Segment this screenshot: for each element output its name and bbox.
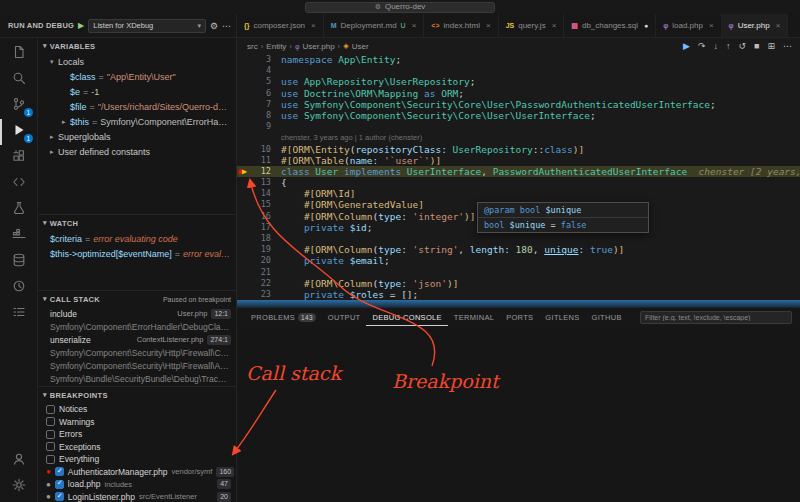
activity-gitlens[interactable]: [0, 275, 38, 301]
line-number[interactable]: 12: [251, 166, 271, 177]
activity-todo[interactable]: [0, 301, 38, 327]
gutter-margin[interactable]: [237, 244, 251, 255]
gutter-margin[interactable]: [237, 222, 251, 233]
line-number[interactable]: 14: [251, 188, 271, 199]
line-number[interactable]: 3: [251, 54, 271, 65]
activity-remote[interactable]: [0, 171, 38, 197]
breadcrumb-item[interactable]: Entity: [266, 42, 286, 51]
panel-tab-OUTPUT[interactable]: OUTPUT: [322, 308, 367, 326]
more-actions-icon[interactable]: ⋯: [222, 21, 231, 31]
line-number[interactable]: 19: [251, 244, 271, 255]
step-out-icon[interactable]: ↑: [726, 41, 731, 51]
line-number[interactable]: 4: [251, 65, 271, 76]
code-line[interactable]: 8use Symfony\Component\Security\Core\Use…: [237, 110, 800, 121]
activity-accounts[interactable]: [0, 448, 38, 474]
gutter-margin[interactable]: [237, 233, 251, 244]
line-number[interactable]: 18: [251, 233, 271, 244]
checkbox[interactable]: [46, 442, 55, 451]
breadcrumb-item[interactable]: src: [247, 42, 258, 51]
horizontal-scrollbar[interactable]: [237, 300, 800, 307]
call-stack-frame[interactable]: unserializeContextListener.php274:1: [38, 333, 236, 346]
tab-query.js[interactable]: JSquery.js×: [499, 14, 565, 37]
variable-group-User defined constants[interactable]: ▸User defined constants: [38, 144, 236, 159]
checkbox[interactable]: [55, 467, 64, 476]
code-line[interactable]: 7use Symfony\Component\Security\Core\Use…: [237, 99, 800, 110]
line-number[interactable]: 16: [251, 211, 271, 222]
activity-extensions[interactable]: [0, 145, 38, 171]
checkbox[interactable]: [46, 405, 55, 414]
activity-docker[interactable]: [0, 223, 38, 249]
tab-Deployment.md[interactable]: MDeployment.mdU×: [324, 14, 425, 37]
tab-User.php[interactable]: φUser.php×: [722, 14, 789, 37]
tab-load.php[interactable]: φload.php×: [656, 14, 721, 37]
code-line[interactable]: 13{: [237, 177, 800, 188]
code-line[interactable]: 9: [237, 121, 800, 132]
code-line[interactable]: 22 #[ORM\Column(type: 'json')]: [237, 278, 800, 289]
variable-row[interactable]: $class="App\Entity\User": [38, 69, 236, 84]
activity-source-control[interactable]: 1: [0, 93, 38, 119]
panel-tab-TERMINAL[interactable]: TERMINAL: [448, 308, 500, 326]
line-number[interactable]: 9: [251, 121, 271, 132]
watch-row[interactable]: $criteria=error evaluating code: [38, 231, 236, 246]
activity-search[interactable]: [0, 67, 38, 93]
gutter-margin[interactable]: [237, 211, 251, 222]
continue-icon[interactable]: ▶: [683, 41, 690, 51]
debug-config-select[interactable]: Listen for XDebug ▾: [88, 19, 206, 33]
checkbox[interactable]: [46, 455, 55, 464]
breakpoints-section-header[interactable]: ▾ BREAKPOINTS: [38, 387, 236, 403]
code-line[interactable]: 14 #[ORM\Id]: [237, 188, 800, 199]
gutter-margin[interactable]: [237, 88, 251, 99]
variable-group-Superglobals[interactable]: ▸Superglobals: [38, 129, 236, 144]
panel-tab-DEBUG CONSOLE[interactable]: DEBUG CONSOLE: [366, 308, 447, 326]
activity-database[interactable]: [0, 249, 38, 275]
gutter-margin[interactable]: [237, 177, 251, 188]
line-number[interactable]: 23: [251, 289, 271, 300]
gutter-margin[interactable]: [237, 110, 251, 121]
activity-settings[interactable]: [0, 474, 38, 500]
line-number[interactable]: 5: [251, 76, 271, 87]
restart-icon[interactable]: ↺: [738, 41, 746, 51]
checkbox[interactable]: [46, 430, 55, 439]
gutter-margin[interactable]: [237, 199, 251, 210]
variable-group-Locals[interactable]: ▾Locals: [38, 54, 236, 69]
gutter-margin[interactable]: [237, 255, 251, 266]
variable-row[interactable]: ▸$this=Symfony\Component\ErrorHandler\De…: [38, 114, 236, 129]
code-line[interactable]: 20 private $email;: [237, 255, 800, 266]
call-stack-frame[interactable]: Symfony\Component\Security\Http\Firewall…: [38, 359, 236, 372]
code-line[interactable]: 5use App\Repository\UserRepository;: [237, 76, 800, 87]
breakpoint-toggle-Everything[interactable]: Everything: [38, 453, 236, 466]
tab-db_changes.sql[interactable]: ▤db_changes.sql●: [564, 14, 656, 37]
checkbox[interactable]: [46, 417, 55, 426]
split-editor-icon[interactable]: ⊞: [767, 41, 775, 51]
breakpoint-toggle-Warnings[interactable]: Warnings: [38, 416, 236, 429]
code-line[interactable]: 19 #[ORM\Column(type: 'string', length: …: [237, 244, 800, 255]
breakpoint-row[interactable]: ●AuthenticatorManager.phpvendor/symf160: [38, 466, 236, 479]
code-line[interactable]: ●▶12class User implements UserInterface,…: [237, 166, 800, 177]
debug-console-body[interactable]: [237, 326, 800, 502]
line-number[interactable]: 11: [251, 155, 271, 166]
breakpoint-toggle-Exceptions[interactable]: Exceptions: [38, 441, 236, 454]
gutter-margin[interactable]: [237, 278, 251, 289]
panel-tab-PORTS[interactable]: PORTS: [500, 308, 539, 326]
breakpoint-toggle-Errors[interactable]: Errors: [38, 428, 236, 441]
gutter-margin[interactable]: [237, 289, 251, 300]
call-stack-frame[interactable]: includeUser.php12:1: [38, 307, 236, 320]
call-stack-frame[interactable]: Symfony\Component\Security\Http\Firewall…: [38, 346, 236, 359]
close-icon[interactable]: ×: [412, 21, 417, 30]
code-line[interactable]: 21: [237, 267, 800, 278]
line-number[interactable]: 6: [251, 88, 271, 99]
panel-tab-GITHUB[interactable]: GITHUB: [586, 308, 628, 326]
close-icon[interactable]: ×: [709, 21, 714, 30]
code-line[interactable]: 10#[ORM\Entity(repositoryClass: UserRepo…: [237, 144, 800, 155]
variables-section-header[interactable]: ▾ VARIABLES: [38, 38, 236, 54]
checkbox[interactable]: [55, 480, 64, 489]
breakpoint-row[interactable]: ●load.phpincludes47: [38, 478, 236, 491]
code-editor[interactable]: 3namespace App\Entity;45use App\Reposito…: [237, 54, 800, 300]
line-number[interactable]: 15: [251, 199, 271, 210]
gutter-margin[interactable]: [237, 65, 251, 76]
code-line[interactable]: 23 private $roles = [];: [237, 289, 800, 300]
close-icon[interactable]: ×: [486, 21, 491, 30]
activity-run-debug[interactable]: 1: [0, 119, 38, 145]
code-line[interactable]: 6use Doctrine\ORM\Mapping as ORM;: [237, 88, 800, 99]
line-number[interactable]: 8: [251, 110, 271, 121]
